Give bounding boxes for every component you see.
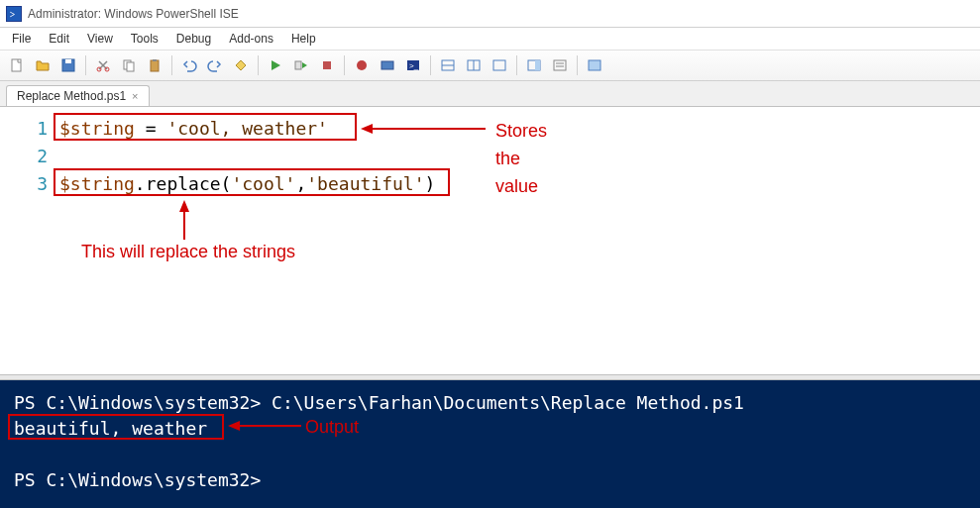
pane-button-2[interactable] xyxy=(463,54,485,76)
console-prompt: PS C:\Windows\system32> xyxy=(14,467,966,493)
menubar: File Edit View Tools Debug Add-ons Help xyxy=(0,28,980,50)
breakpoint-button[interactable] xyxy=(351,54,373,76)
variable: $string xyxy=(59,173,135,194)
string-literal: 'beautiful' xyxy=(306,173,424,194)
annotation-text: Stores the value xyxy=(495,117,547,200)
dot: . xyxy=(135,173,146,194)
comma: , xyxy=(295,173,306,194)
stop-button[interactable] xyxy=(316,54,338,76)
console-command: C:\Users\Farhan\Documents\Replace Method… xyxy=(272,392,744,413)
menu-file[interactable]: File xyxy=(4,30,39,48)
save-button[interactable] xyxy=(57,54,79,76)
code-line-2 xyxy=(59,143,435,170)
svg-text:>: > xyxy=(10,8,15,19)
variable: $string xyxy=(59,118,135,139)
clear-button[interactable] xyxy=(230,54,252,76)
svg-rect-27 xyxy=(589,60,600,70)
menu-edit[interactable]: Edit xyxy=(41,30,77,48)
code-line-3: $string.replace('cool','beautiful') xyxy=(59,170,435,198)
titlebar: > Administrator: Windows PowerShell ISE xyxy=(0,0,980,28)
remote-button[interactable] xyxy=(377,54,398,76)
separator xyxy=(516,55,517,75)
options-button[interactable] xyxy=(584,54,605,76)
paren: ( xyxy=(221,173,232,194)
string-literal: 'cool, weather' xyxy=(166,118,328,139)
tab-close-button[interactable]: × xyxy=(132,90,138,102)
console-line: PS C:\Windows\system32> C:\Users\Farhan\… xyxy=(14,390,966,416)
app-icon: > xyxy=(6,6,22,22)
window-title: Administrator: Windows PowerShell ISE xyxy=(28,7,239,21)
new-button[interactable] xyxy=(6,54,28,76)
line-gutter: 1 2 3 xyxy=(0,107,59,374)
separator xyxy=(344,55,345,75)
string-literal: 'cool' xyxy=(231,173,295,194)
editor-pane[interactable]: 1 2 3 $string = 'cool, weather' $string.… xyxy=(0,107,980,374)
svg-rect-8 xyxy=(127,62,134,71)
run-selection-button[interactable] xyxy=(290,54,312,76)
svg-text:>_: >_ xyxy=(409,61,419,70)
method-name: replace xyxy=(146,173,221,194)
menu-view[interactable]: View xyxy=(79,30,121,48)
svg-rect-4 xyxy=(65,59,71,63)
svg-rect-14 xyxy=(381,61,393,69)
code-line-1: $string = 'cool, weather' xyxy=(59,115,435,143)
separator xyxy=(577,55,578,75)
cut-button[interactable] xyxy=(92,54,114,76)
show-command-button[interactable] xyxy=(549,54,571,76)
pane-button-1[interactable] xyxy=(437,54,459,76)
separator xyxy=(171,55,172,75)
command-addon-button[interactable] xyxy=(523,54,545,76)
svg-rect-21 xyxy=(493,60,505,70)
console-prompt: PS C:\Windows\system32> xyxy=(14,392,272,413)
separator xyxy=(430,55,431,75)
svg-rect-9 xyxy=(151,60,159,71)
separator xyxy=(85,55,86,75)
console-output: beautiful, weather xyxy=(14,416,966,442)
tab-label: Replace Method.ps1 xyxy=(17,89,126,103)
annotation-text: This will replace the strings xyxy=(81,238,295,265)
line-number: 1 xyxy=(0,115,48,143)
toolbar: >_ xyxy=(0,50,980,81)
svg-rect-23 xyxy=(535,60,540,70)
line-number: 3 xyxy=(0,170,48,198)
svg-point-13 xyxy=(357,60,367,70)
svg-rect-24 xyxy=(554,60,566,70)
undo-button[interactable] xyxy=(178,54,200,76)
tab-file[interactable]: Replace Method.ps1 × xyxy=(6,85,150,106)
operator: = xyxy=(135,118,167,139)
copy-button[interactable] xyxy=(118,54,140,76)
paren: ) xyxy=(425,173,436,194)
redo-button[interactable] xyxy=(204,54,226,76)
separator xyxy=(258,55,259,75)
svg-rect-11 xyxy=(295,61,301,69)
menu-tools[interactable]: Tools xyxy=(123,30,166,48)
console-line xyxy=(14,442,966,467)
svg-rect-12 xyxy=(323,61,331,69)
line-number: 2 xyxy=(0,143,48,170)
svg-rect-10 xyxy=(153,59,157,61)
menu-help[interactable]: Help xyxy=(283,30,324,48)
paste-button[interactable] xyxy=(144,54,165,76)
svg-rect-2 xyxy=(12,59,21,71)
open-button[interactable] xyxy=(32,54,54,76)
menu-addons[interactable]: Add-ons xyxy=(221,30,281,48)
svg-marker-31 xyxy=(179,200,189,212)
console-pane[interactable]: PS C:\Windows\system32> C:\Users\Farhan\… xyxy=(0,380,980,508)
tab-strip: Replace Method.ps1 × xyxy=(0,81,980,107)
code-area[interactable]: $string = 'cool, weather' $string.replac… xyxy=(59,107,435,374)
menu-debug[interactable]: Debug xyxy=(168,30,219,48)
powershell-button[interactable]: >_ xyxy=(402,54,424,76)
pane-button-3[interactable] xyxy=(489,54,510,76)
arrow-icon xyxy=(178,198,190,240)
run-button[interactable] xyxy=(265,54,286,76)
